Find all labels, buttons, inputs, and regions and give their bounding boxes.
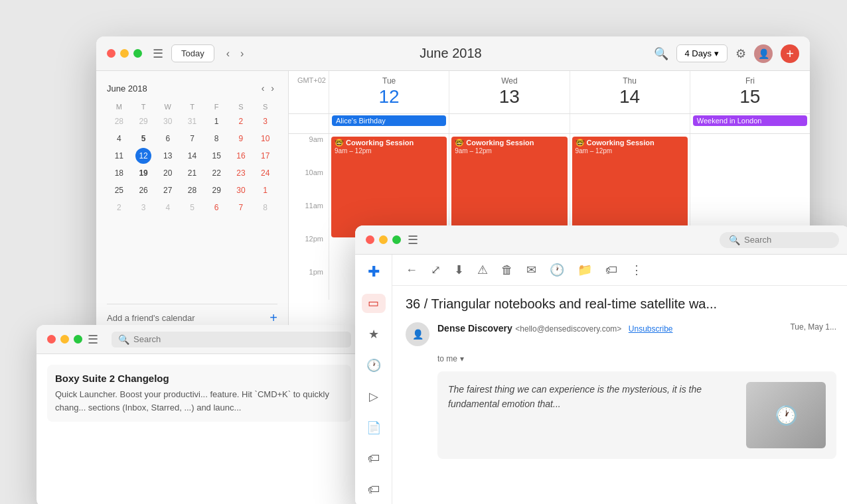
calendar-search-icon[interactable]: 🔍 <box>654 46 668 61</box>
unsubscribe-link[interactable]: Unsubscribe <box>629 324 673 334</box>
mini-cal-day[interactable]: 2 <box>233 113 249 129</box>
event-coworking-thu[interactable]: 🤓 Coworking Session 9am – 12pm <box>572 137 688 237</box>
mini-cal-day[interactable]: 1 <box>258 182 273 198</box>
fullscreen-button[interactable] <box>74 335 82 344</box>
mini-cal-day[interactable]: 27 <box>160 182 176 198</box>
mini-cal-day[interactable]: 19 <box>135 165 151 181</box>
mini-cal-day[interactable]: 26 <box>135 182 151 198</box>
mini-cal-day[interactable]: 6 <box>160 131 176 147</box>
mini-cal-day[interactable]: 29 <box>208 182 224 198</box>
mail-list-item[interactable]: Boxy Suite 2 Changelog Quick Launcher. B… <box>47 365 351 422</box>
close-button[interactable] <box>107 49 116 58</box>
mini-cal-day[interactable]: 5 <box>135 131 151 147</box>
menu-icon[interactable]: ☰ <box>88 332 98 347</box>
delete-icon[interactable]: 🗑 <box>499 261 516 280</box>
sidebar-icon-inbox[interactable]: ▭ <box>362 294 386 313</box>
mini-cal-day[interactable]: 15 <box>208 148 224 164</box>
day-header-wed: Wed 13 <box>449 71 569 113</box>
user-avatar[interactable]: 👤 <box>754 44 773 63</box>
days-view-dropdown[interactable]: 4 Days ▾ <box>676 44 728 62</box>
mini-next-button[interactable]: › <box>268 82 277 95</box>
mini-cal-day[interactable]: 14 <box>184 148 200 164</box>
mini-cal-day[interactable]: 11 <box>111 148 127 164</box>
next-period-button[interactable]: › <box>236 46 248 61</box>
minimize-button[interactable] <box>120 49 129 58</box>
fullscreen-button[interactable] <box>133 49 142 58</box>
mini-cal-day[interactable]: 8 <box>208 131 224 147</box>
mini-cal-day[interactable]: 1 <box>208 113 224 129</box>
mini-cal-day[interactable]: 8 <box>258 200 273 216</box>
settings-icon[interactable]: ⚙ <box>735 46 746 61</box>
mail-bg-search-bar[interactable]: 🔍 <box>112 332 351 347</box>
event-coworking-wed[interactable]: 🤓 Coworking Session 9am – 12pm <box>451 137 567 237</box>
back-icon[interactable]: ← <box>403 261 420 280</box>
mini-prev-button[interactable]: ‹ <box>258 82 268 95</box>
event-coworking-tue[interactable]: 🤓 Coworking Session 9am – 12pm <box>331 137 447 237</box>
mail-bg-search-input[interactable] <box>133 334 345 344</box>
expand-icon[interactable]: ⤢ <box>428 260 443 280</box>
mini-cal-day[interactable]: 20 <box>160 165 176 181</box>
mini-cal-day[interactable]: 22 <box>208 165 224 181</box>
menu-icon[interactable]: ☰ <box>408 233 418 247</box>
mini-cal-day[interactable]: 18 <box>111 165 127 181</box>
mini-cal-day[interactable]: 29 <box>135 113 151 129</box>
recipients-dropdown-icon[interactable]: ▾ <box>460 354 464 363</box>
sidebar-icon-label1[interactable]: 🏷 <box>362 449 386 468</box>
mark-unread-icon[interactable]: ✉ <box>524 260 539 280</box>
close-button[interactable] <box>366 235 374 244</box>
prev-period-button[interactable]: ‹ <box>222 46 234 61</box>
report-spam-icon[interactable]: ⚠ <box>475 260 491 280</box>
mini-cal-day[interactable]: 7 <box>184 131 200 147</box>
sidebar-icon-label2[interactable]: 🏷 <box>362 480 386 499</box>
compose-button[interactable]: ✚ <box>362 263 386 282</box>
mini-cal-day[interactable]: 28 <box>111 113 127 129</box>
label-icon[interactable]: 🏷 <box>603 261 620 280</box>
sidebar-icon-starred[interactable]: ★ <box>362 325 386 344</box>
mini-cal-day[interactable]: 7 <box>233 200 249 216</box>
menu-icon[interactable]: ☰ <box>153 46 163 61</box>
move-to-icon[interactable]: 📁 <box>575 260 595 280</box>
mini-cal-day[interactable]: 23 <box>233 165 249 181</box>
email-message-header: 👤 Dense Discovery <hello@densediscovery.… <box>406 322 836 346</box>
mini-cal-day[interactable]: 3 <box>135 200 151 216</box>
mini-cal-day[interactable]: 24 <box>258 165 273 181</box>
mini-cal-day[interactable]: 6 <box>208 200 224 216</box>
fullscreen-button[interactable] <box>392 235 401 244</box>
mini-cal-day[interactable]: 28 <box>184 182 200 198</box>
mini-cal-day[interactable]: 9 <box>233 131 249 147</box>
today-button[interactable]: Today <box>171 44 214 62</box>
mini-cal-day[interactable]: 17 <box>258 148 273 164</box>
email-search-input[interactable] <box>744 235 830 245</box>
mini-cal-day[interactable]: 2 <box>111 200 127 216</box>
minimize-button[interactable] <box>379 235 388 244</box>
email-date: Tue, May 1... <box>790 322 836 332</box>
mini-cal-day[interactable]: 30 <box>233 182 249 198</box>
more-options-icon[interactable]: ⋮ <box>628 260 645 280</box>
mini-cal-day[interactable]: 13 <box>160 148 176 164</box>
mini-cal-day[interactable]: 10 <box>258 131 273 147</box>
sidebar-icon-drafts[interactable]: 📄 <box>362 418 386 437</box>
mini-cal-day[interactable]: 4 <box>160 200 176 216</box>
minimize-button[interactable] <box>60 335 69 344</box>
close-button[interactable] <box>47 335 56 344</box>
mini-cal-day[interactable]: 16 <box>233 148 249 164</box>
mini-cal-day-today[interactable]: 12 <box>135 148 151 164</box>
mini-cal-day[interactable]: 3 <box>258 113 273 129</box>
mini-cal-day[interactable]: 25 <box>111 182 127 198</box>
event-weekend-london[interactable]: Weekend in London <box>693 115 807 126</box>
event-alice-birthday[interactable]: Alice's Birthday <box>332 115 446 126</box>
mini-cal-day[interactable]: 30 <box>160 113 176 129</box>
mini-cal-day[interactable]: 31 <box>184 113 200 129</box>
add-event-button[interactable]: + <box>781 44 799 63</box>
email-search-bar[interactable]: 🔍 <box>720 232 839 248</box>
mini-calendar-dow: M T W T F S S <box>107 103 277 111</box>
mini-cal-day[interactable]: 21 <box>184 165 200 181</box>
mini-cal-day[interactable]: 4 <box>111 131 127 147</box>
email-body-content: 🕐 The fairest thing we can experience is… <box>448 382 826 448</box>
sender-info: Dense Discovery <hello@densediscovery.co… <box>437 322 782 334</box>
sidebar-icon-sent[interactable]: ▷ <box>362 387 386 407</box>
sidebar-icon-snoozed[interactable]: 🕐 <box>362 356 386 375</box>
archive-icon[interactable]: ⬇ <box>451 260 467 280</box>
snooze-icon[interactable]: 🕐 <box>547 260 567 280</box>
mini-cal-day[interactable]: 5 <box>184 200 200 216</box>
